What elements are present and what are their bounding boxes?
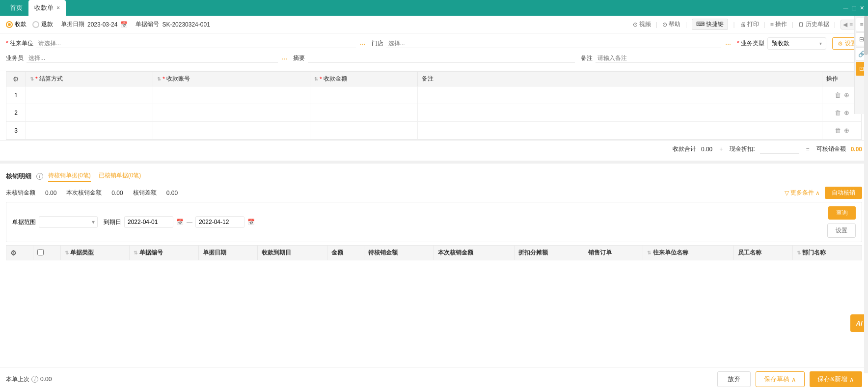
staff-more-icon[interactable]: ··· <box>282 55 288 62</box>
panel-icon-4: ⊡ <box>859 65 864 72</box>
business-type-select[interactable]: 预收款 ▾ <box>767 37 826 50</box>
shop-input[interactable] <box>386 39 722 48</box>
counterpart-more-icon[interactable]: ··· <box>360 40 366 48</box>
calendar-to-icon[interactable]: 📅 <box>247 219 255 225</box>
shortcut-btn[interactable]: ⌨ 快捷键 <box>692 19 728 30</box>
tab-receipt[interactable]: 收款单 × <box>28 0 66 16</box>
td-settlement-3[interactable] <box>26 122 153 139</box>
radio-receipt[interactable]: 收款 <box>6 20 27 28</box>
history-link[interactable]: 🗒 历史单据 <box>798 20 829 28</box>
search-row: 单据范围 到期日 📅 — 📅 查询 设置 <box>6 202 862 242</box>
calendar-from-icon[interactable]: 📅 <box>176 219 184 225</box>
total-label: 收款合计 <box>673 145 696 153</box>
notes-label: 备注 <box>581 54 593 62</box>
discount-input[interactable] <box>760 144 799 154</box>
td-note-1[interactable] <box>418 86 822 104</box>
sort-icon-amount[interactable]: ⇅ <box>314 76 318 82</box>
select-all-checkbox[interactable] <box>37 249 44 255</box>
session-info-icon[interactable]: i <box>31 376 38 383</box>
tab-done[interactable]: 已核销单据(0笔) <box>99 170 141 182</box>
summary-input[interactable] <box>308 54 574 63</box>
counterpart-input[interactable] <box>36 39 356 48</box>
net-label: 可核销金额 <box>816 145 846 153</box>
table-gear-icon[interactable]: ⚙ <box>13 75 19 83</box>
date-from-input[interactable] <box>124 216 173 228</box>
total-value: 0.00 <box>701 146 712 153</box>
staff-input[interactable] <box>27 54 278 63</box>
date-value: 2023-03-24 <box>87 21 117 28</box>
prev-icon[interactable]: ◀ <box>843 21 847 28</box>
th-settlement: ⇅ * 结算方式 <box>26 72 153 86</box>
td-idx-1: 1 <box>6 86 26 104</box>
auto-verify-button[interactable]: 自动核销 <box>825 187 862 199</box>
copy-icon-3[interactable]: ⊕ <box>844 127 849 134</box>
new-arrow-icon: ∧ <box>849 376 854 383</box>
abandon-button[interactable]: 放弃 <box>717 371 751 387</box>
td-amount-1[interactable] <box>310 86 418 104</box>
list-icon[interactable]: ≡ <box>849 21 853 28</box>
number-value: SK-20230324-001 <box>162 21 210 28</box>
sort-icon-settlement[interactable]: ⇅ <box>30 76 34 82</box>
delete-icon-1[interactable]: 🗑 <box>835 91 841 99</box>
history-icon: 🗒 <box>798 21 804 28</box>
range-select[interactable] <box>39 216 98 228</box>
copy-icon-1[interactable]: ⊕ <box>844 91 849 99</box>
scrollbar-thumb[interactable] <box>864 16 868 55</box>
td-settlement-1[interactable] <box>26 86 153 104</box>
table2-gear-icon[interactable]: ⚙ <box>10 249 17 257</box>
td-note-3[interactable] <box>418 122 822 139</box>
td-amount-2[interactable] <box>310 104 418 121</box>
more-conditions-btn[interactable]: ▽ 更多条件 ∧ <box>785 189 820 197</box>
panel-icon-1: ≡ <box>860 21 863 28</box>
print-link[interactable]: 🖨 打印 <box>740 20 759 28</box>
set-button[interactable]: 设置 <box>827 223 856 238</box>
ai-label: Ai <box>856 320 863 327</box>
number-field: 单据编号 SK-20230324-001 <box>136 20 210 28</box>
radio-refund-circle <box>32 21 39 28</box>
discount-label: 现金折扣: <box>730 145 755 153</box>
sort-icon-account[interactable]: ⇅ <box>157 76 161 82</box>
video-link[interactable]: ⊙ 视频 <box>633 20 651 28</box>
scrollbar[interactable] <box>864 16 868 373</box>
copy-icon-2[interactable]: ⊕ <box>844 109 849 116</box>
date-label: 单据日期 <box>61 20 84 28</box>
maximize-btn[interactable]: □ <box>852 4 856 12</box>
th-discount: 折扣分摊额 <box>515 246 584 260</box>
delete-icon-2[interactable]: 🗑 <box>835 109 841 116</box>
th-due-date: 收款到期日 <box>257 246 327 260</box>
verify-info-icon[interactable]: i <box>36 173 43 180</box>
td-account-3[interactable] <box>153 122 310 139</box>
td-account-1[interactable] <box>153 86 310 104</box>
notes-input[interactable] <box>596 54 862 63</box>
main-content: 收款 退款 单据日期 2023-03-24 📅 单据编号 SK-20230324… <box>0 16 868 391</box>
close-btn[interactable]: × <box>860 4 864 12</box>
th-pending-amount: 待核销金额 <box>364 246 434 260</box>
th-doc-number: ⇅ 单据编号 <box>130 246 199 260</box>
td-amount-3[interactable] <box>310 122 418 139</box>
td-note-2[interactable] <box>418 104 822 121</box>
toolbar-right: ⊙ 视频 | ⊙ 帮助 | ⌨ 快捷键 | 🖨 打印 | ≡ 操作 <box>633 19 862 30</box>
calendar-icon[interactable]: 📅 <box>120 21 128 28</box>
delete-icon-3[interactable]: 🗑 <box>835 127 841 134</box>
verify-header: 核销明细 i 待核销单据(0笔) 已核销单据(0笔) <box>6 167 862 184</box>
help-link[interactable]: ⊙ 帮助 <box>662 20 680 28</box>
radio-refund-label: 退款 <box>41 20 53 28</box>
date-to-input[interactable] <box>195 216 244 228</box>
save-new-button[interactable]: 保存&新增 ∧ <box>810 371 862 387</box>
save-draft-button[interactable]: 保存草稿 ∧ <box>756 371 805 387</box>
radio-refund[interactable]: 退款 <box>32 20 53 28</box>
minimize-btn[interactable]: ─ <box>843 4 848 12</box>
range-label: 单据范围 <box>12 218 36 226</box>
tab-home[interactable]: 首页 <box>4 0 28 16</box>
section-divider <box>0 161 868 164</box>
query-button[interactable]: 查询 <box>828 206 856 220</box>
td-settlement-2[interactable] <box>26 104 153 121</box>
current-check-label: 本次核销金额 <box>66 189 102 197</box>
tab-pending[interactable]: 待核销单据(0笔) <box>48 170 91 182</box>
shop-more-icon[interactable]: ··· <box>725 40 731 48</box>
print-icon: 🖨 <box>740 21 746 28</box>
td-account-2[interactable] <box>153 104 310 121</box>
operation-link[interactable]: ≡ 操作 <box>770 20 787 28</box>
required-star-1: * <box>6 40 8 47</box>
tab-close-icon[interactable]: × <box>56 4 60 11</box>
